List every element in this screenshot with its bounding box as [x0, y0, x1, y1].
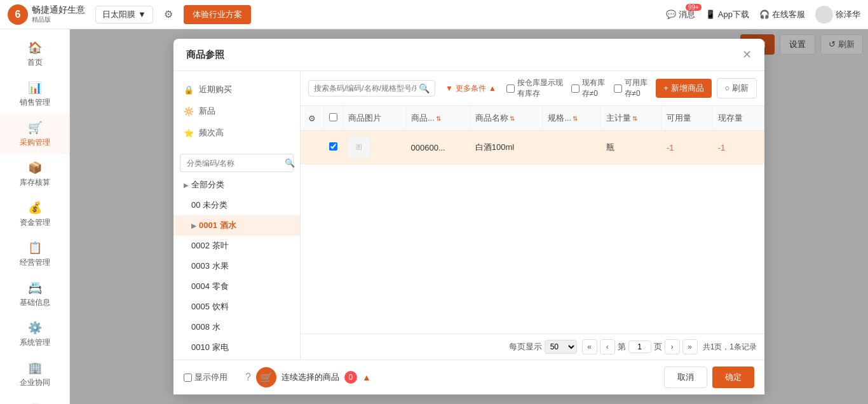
sidebar-item-inventory[interactable]: 📦 库存核算 [0, 154, 69, 194]
sidebar-item-purchase[interactable]: 🛒 采购管理 [0, 114, 69, 154]
sidebar-item-finance[interactable]: 💰 资金管理 [0, 194, 69, 234]
product-search-input[interactable] [314, 84, 416, 93]
next-page-btn[interactable]: › [665, 339, 680, 354]
sort-icon-spec: ⇅ [573, 115, 578, 122]
confirm-btn[interactable]: 确定 [712, 367, 754, 388]
first-page-btn[interactable]: « [582, 339, 597, 354]
category-appliance[interactable]: 0010 家电 [173, 337, 300, 358]
row-image: 图 [342, 131, 406, 165]
category-all-label: 全部分类 [191, 179, 224, 191]
online-service-btn[interactable]: 🎧 在线客服 [759, 9, 805, 20]
th-available[interactable]: 可用量 [661, 106, 713, 131]
prev-page-btn[interactable]: ‹ [600, 339, 615, 354]
basic-icon: 📇 [28, 281, 42, 295]
page-size-dropdown[interactable]: 50 10 20 100 [545, 340, 577, 354]
last-page-btn[interactable]: » [682, 339, 698, 354]
table-row[interactable]: 图 000600... 白酒100ml 瓶 -1 -1 [301, 131, 764, 165]
sidebar-item-sales-label: 销售管理 [20, 97, 50, 108]
category-all[interactable]: ▶ 全部分类 [173, 175, 300, 195]
high-freq-item[interactable]: ⭐ 频次高 [173, 122, 300, 144]
available-filter-checkbox[interactable] [571, 84, 580, 93]
category-search-input[interactable] [187, 159, 282, 168]
usable-filter-checkbox[interactable] [614, 84, 622, 93]
usable-filter-text: 可用库存≠0 [625, 77, 651, 99]
category-beverage[interactable]: 0005 饮料 [173, 297, 300, 317]
headset-icon: 🎧 [759, 10, 770, 19]
category-snack-label: 0004 零食 [191, 281, 229, 292]
category-fruit-label: 0003 水果 [191, 260, 229, 272]
gear-icon[interactable]: ⚙ [158, 4, 179, 25]
sidebar-item-guide[interactable]: 📖 新手引导 [0, 394, 69, 404]
cancel-btn[interactable]: 取消 [664, 367, 707, 388]
app-download-btn[interactable]: 📱 App下载 [705, 9, 749, 20]
warehouse-filter-text: 按仓库显示现有库存 [517, 77, 566, 99]
category-tea[interactable]: 0002 茶叶 [173, 236, 300, 256]
pagination-bar: 每页显示 50 10 20 100 « ‹ [301, 333, 764, 360]
recent-purchase-icon: 🔒 [184, 85, 194, 95]
category-snack[interactable]: 0004 零食 [173, 276, 300, 297]
sidebar-item-business[interactable]: 📋 经营管理 [0, 234, 69, 274]
purchase-icon: 🛒 [28, 121, 42, 135]
logo-icon: 6 [8, 4, 28, 25]
product-thumbnail: 图 [348, 136, 370, 159]
sidebar-item-purchase-label: 采购管理 [20, 137, 50, 148]
online-service-label: 在线客服 [772, 9, 805, 20]
sidebar-item-finance-label: 资金管理 [20, 217, 50, 228]
experience-btn[interactable]: 体验行业方案 [184, 5, 251, 24]
filter-btn[interactable]: ▼ 更多条件 ▲ [440, 81, 501, 97]
sidebar-item-sales[interactable]: 📊 销售管理 [0, 74, 69, 114]
sidebar-item-home[interactable]: 🏠 首页 [0, 34, 69, 74]
page-number-input[interactable] [628, 340, 651, 353]
new-product-item[interactable]: 🔆 新品 [173, 100, 300, 122]
phone-icon: 📱 [705, 10, 715, 19]
new-product-icon: 🔆 [184, 107, 194, 116]
th-stock[interactable]: 现存量 [713, 106, 764, 131]
product-reference-dialog: 商品参照 ✕ 🔒 近期购买 🔆 [173, 39, 764, 394]
sidebar-item-basic[interactable]: 📇 基础信息 [0, 274, 69, 314]
row-code: 000600... [406, 131, 470, 165]
available-filter-label[interactable]: 现有库存≠0 [571, 77, 609, 99]
category-unclassified-label: 00 未分类 [191, 199, 227, 211]
close-icon[interactable]: ✕ [742, 48, 752, 62]
app-download-label: App下载 [718, 9, 749, 20]
cart-icon[interactable]: 🛒 [256, 367, 276, 387]
footer-cart: ? 🛒 连续选择的商品 0 ▲ [245, 367, 371, 387]
category-fruit[interactable]: 0003 水果 [173, 256, 300, 276]
th-spec[interactable]: 规格...⇅ [543, 106, 601, 131]
th-name[interactable]: 商品名称⇅ [470, 106, 543, 131]
sidebar-item-enterprise[interactable]: 🏢 企业协同 [0, 354, 69, 394]
table-header-row: ⚙ 商品图片 商品...⇅ 商品名称⇅ 规格...⇅ 主计量⇅ 可用量 现存量 [301, 106, 764, 131]
message-icon: 💬 [666, 10, 676, 19]
user-menu[interactable]: 徐泽华 [815, 6, 860, 24]
show-disabled-checkbox[interactable] [184, 374, 192, 382]
select-all-checkbox[interactable] [329, 113, 337, 121]
logo-title: 畅捷通好生意 [32, 4, 85, 15]
category-water[interactable]: 0008 水 [173, 317, 300, 337]
usable-filter-label[interactable]: 可用库存≠0 [614, 77, 651, 99]
show-disabled-label[interactable]: 显示停用 [184, 372, 227, 383]
left-panel: 🔒 近期购买 🔆 新品 ⭐ 频次高 [173, 71, 301, 360]
branch-select[interactable]: 日太阳膜 ▼ [95, 6, 153, 24]
recent-purchase-item[interactable]: 🔒 近期购买 [173, 79, 300, 100]
th-code[interactable]: 商品...⇅ [406, 106, 470, 131]
avatar [815, 6, 833, 24]
refresh-btn[interactable]: ○ 刷新 [717, 78, 757, 98]
dialog-body: 🔒 近期购买 🔆 新品 ⭐ 频次高 [173, 71, 764, 360]
finance-icon: 💰 [28, 201, 42, 215]
category-tea-label: 0002 茶叶 [191, 240, 229, 252]
sidebar-item-system[interactable]: ⚙️ 系统管理 [0, 314, 69, 354]
help-icon[interactable]: ? [245, 372, 251, 383]
messages-btn[interactable]: 💬 消息 99+ [666, 9, 695, 20]
footer-right: 取消 确定 [664, 367, 754, 388]
row-checkbox[interactable] [329, 142, 337, 151]
row-stock: -1 [713, 131, 764, 165]
category-search-box: 🔍 [180, 154, 294, 172]
warehouse-filter-label[interactable]: 按仓库显示现有库存 [506, 77, 566, 99]
th-unit[interactable]: 主计量⇅ [601, 106, 661, 131]
add-product-btn[interactable]: + 新增商品 [656, 79, 711, 98]
logo-area: 6 畅捷通好生意 精品版 [8, 4, 85, 25]
collapse-arrow-icon[interactable]: ▲ [362, 372, 371, 382]
warehouse-filter-checkbox[interactable] [506, 84, 515, 93]
category-liquor[interactable]: ▶ 0001 酒水 [173, 215, 300, 236]
category-unclassified[interactable]: 00 未分类 [173, 195, 300, 215]
